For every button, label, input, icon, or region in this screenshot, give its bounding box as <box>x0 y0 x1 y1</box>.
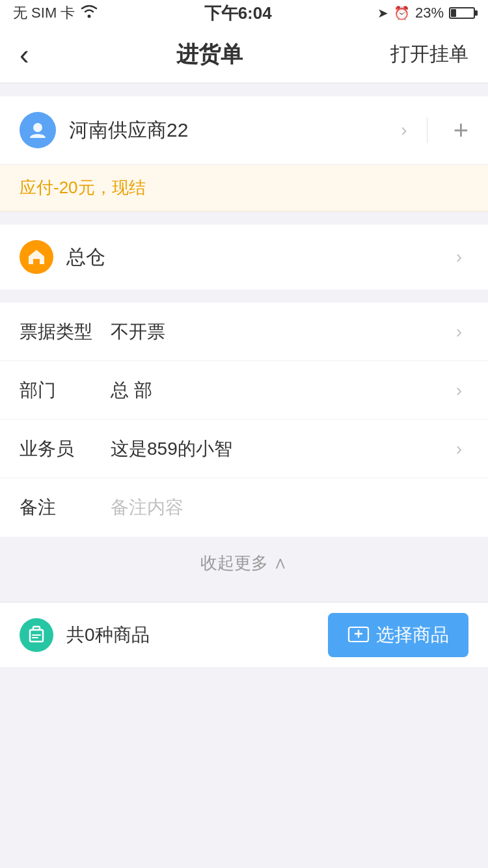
department-label: 部门 <box>20 378 98 403</box>
status-bar: 无 SIM 卡 下午6:04 ➤ ⏰ 23% <box>0 0 488 26</box>
warehouse-card: 总仓 › <box>0 224 488 290</box>
warehouse-row[interactable]: 总仓 › <box>0 224 488 290</box>
status-right: ➤ ⏰ 23% <box>377 5 475 21</box>
supplier-name: 河南供应商22 <box>69 117 401 144</box>
warehouse-chevron-icon: › <box>456 247 462 267</box>
salesperson-row[interactable]: 业务员 这是859的小智 › <box>0 420 488 478</box>
invoice-type-label: 票据类型 <box>20 319 98 344</box>
select-product-label: 选择商品 <box>376 623 449 647</box>
collapse-button[interactable]: 收起更多 ∧ <box>0 537 488 589</box>
form-card: 票据类型 不开票 › 部门 总 部 › 业务员 这是859的小智 › 备注 备注… <box>0 303 488 537</box>
department-value: 总 部 <box>98 378 456 403</box>
notice-banner: 应付-20元，现结 <box>0 165 488 211</box>
collapse-label: 收起更多 ∧ <box>200 552 287 575</box>
remark-row[interactable]: 备注 备注内容 <box>0 478 488 537</box>
invoice-type-row[interactable]: 票据类型 不开票 › <box>0 303 488 361</box>
notice-text: 应付-20元，现结 <box>20 178 146 197</box>
svg-point-1 <box>33 123 42 132</box>
select-product-button[interactable]: 选择商品 <box>328 613 468 657</box>
remark-input[interactable]: 备注内容 <box>98 495 468 520</box>
section-gap-1 <box>0 83 488 96</box>
warehouse-icon <box>20 240 53 274</box>
supplier-row[interactable]: 河南供应商22 › + <box>0 96 488 165</box>
divider <box>427 117 427 143</box>
status-left: 无 SIM 卡 <box>13 3 98 23</box>
supplier-chevron-icon: › <box>401 120 407 141</box>
invoice-type-value: 不开票 <box>98 319 456 344</box>
carrier-text: 无 SIM 卡 <box>13 3 75 23</box>
remark-label: 备注 <box>20 495 98 520</box>
back-button[interactable]: ‹ <box>20 38 29 71</box>
svg-point-0 <box>88 15 91 18</box>
department-chevron-icon: › <box>456 380 462 401</box>
warehouse-name: 总仓 <box>66 244 456 271</box>
product-count-icon <box>20 618 53 652</box>
section-gap-4 <box>0 589 488 602</box>
department-row[interactable]: 部门 总 部 › <box>0 361 488 420</box>
bottom-bar: 共0种商品 选择商品 <box>0 602 488 667</box>
add-button[interactable]: + <box>454 116 468 145</box>
salesperson-value: 这是859的小智 <box>98 437 456 461</box>
product-count-text: 共0种商品 <box>66 623 315 647</box>
section-gap-2 <box>0 211 488 224</box>
section-gap-3 <box>0 290 488 303</box>
supplier-avatar <box>20 112 56 148</box>
salesperson-label: 业务员 <box>20 437 98 461</box>
page-title: 进货单 <box>176 40 243 70</box>
wifi-icon <box>80 4 98 22</box>
invoice-type-chevron-icon: › <box>456 321 462 342</box>
battery-icon <box>449 7 475 19</box>
open-pending-button[interactable]: 打开挂单 <box>390 41 468 68</box>
nav-bar: ‹ 进货单 打开挂单 <box>0 26 488 83</box>
location-icon: ➤ <box>377 5 388 21</box>
alarm-icon: ⏰ <box>394 5 410 21</box>
gray-area <box>0 667 488 862</box>
battery-percent: 23% <box>415 5 444 21</box>
svg-rect-2 <box>33 259 40 264</box>
salesperson-chevron-icon: › <box>456 439 462 459</box>
supplier-card: 河南供应商22 › + 应付-20元，现结 <box>0 96 488 211</box>
time-display: 下午6:04 <box>204 2 272 25</box>
